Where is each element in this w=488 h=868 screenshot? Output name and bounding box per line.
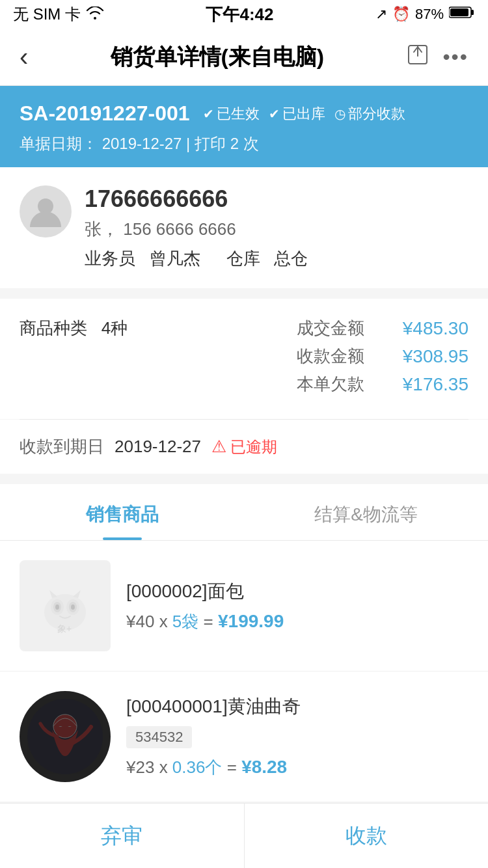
summary-section: 商品种类 4种 成交金额 ¥485.30 收款金额 ¥308.95 本单欠款 ¥… bbox=[0, 299, 488, 419]
warehouse-info: 仓库 总仓 bbox=[226, 247, 308, 270]
date-label: 单据日期： bbox=[20, 135, 98, 152]
svg-point-10 bbox=[55, 604, 59, 610]
tab-settlement[interactable]: 结算&物流等 bbox=[244, 484, 488, 540]
wifi-icon bbox=[86, 5, 104, 23]
received-amount-row: 收款金额 ¥308.95 bbox=[297, 345, 468, 368]
overdue-label: 已逾期 bbox=[230, 437, 277, 457]
due-date-value: 2019-12-27 bbox=[115, 437, 201, 457]
product-tag-2: 534532 bbox=[126, 726, 192, 748]
product-qty-1: 5袋 bbox=[172, 612, 198, 631]
nav-bar: ‹ 销货单详情(来自电脑) ••• bbox=[0, 29, 488, 86]
product-kind-label: 商品种类 bbox=[20, 318, 87, 338]
partial-clock-icon: ◷ bbox=[334, 106, 346, 122]
product-kind-value: 4种 bbox=[102, 318, 128, 338]
owed-amount-label: 本单欠款 bbox=[297, 373, 364, 396]
summary-right: 成交金额 ¥485.30 收款金额 ¥308.95 本单欠款 ¥176.35 bbox=[297, 317, 468, 401]
product-image-1: 象+ bbox=[20, 560, 111, 651]
effective-check-icon: ✔ bbox=[203, 106, 214, 122]
back-button[interactable]: ‹ bbox=[20, 42, 28, 72]
order-date: 2019-12-27 bbox=[102, 135, 182, 152]
sales-person-label: 业务员 bbox=[85, 249, 135, 268]
customer-meta: 业务员 曾凡杰 仓库 总仓 bbox=[85, 247, 468, 270]
product-qty-2: 0.36个 bbox=[172, 757, 223, 777]
bottom-bar: 弃审 收款 bbox=[0, 803, 488, 868]
product-item-2: [000400001]黄油曲奇 534532 ¥23 x 0.36个 = ¥8.… bbox=[0, 671, 488, 802]
nav-actions: ••• bbox=[406, 43, 468, 71]
product-info-2: [000400001]黄油曲奇 534532 ¥23 x 0.36个 = ¥8.… bbox=[126, 694, 468, 779]
shipped-check-icon: ✔ bbox=[269, 106, 280, 122]
deal-amount-row: 成交金额 ¥485.30 bbox=[297, 317, 468, 340]
sales-person-value: 曾凡杰 bbox=[150, 249, 200, 268]
customer-section: 17666666666 张， 156 6666 6666 业务员 曾凡杰 仓库 … bbox=[0, 167, 488, 288]
page-title: 销货单详情(来自电脑) bbox=[111, 42, 325, 72]
status-right: ↗ ⏰ 87% bbox=[375, 6, 475, 23]
product-price-1: ¥40 x 5袋 = ¥199.99 bbox=[126, 610, 468, 633]
overdue-badge: ⚠ 已逾期 bbox=[211, 437, 277, 457]
location-icon: ↗ bbox=[375, 6, 387, 23]
customer-name-phone: 张， 156 6666 6666 bbox=[85, 218, 468, 241]
due-date-label: 收款到期日 bbox=[20, 435, 104, 458]
warehouse-label: 仓库 bbox=[226, 249, 260, 268]
tab-products[interactable]: 销售商品 bbox=[0, 484, 244, 540]
signal-text: 无 SIM 卡 bbox=[13, 4, 81, 25]
customer-phone-number: 156 6666 6666 bbox=[123, 219, 236, 239]
status-tag-effective: ✔ 已生效 bbox=[203, 104, 260, 124]
product-list: 象+ [0000002]面包 ¥40 x 5袋 = ¥199.99 bbox=[0, 541, 488, 802]
status-tag-partial: ◷ 部分收款 bbox=[334, 104, 405, 124]
due-date-section: 收款到期日 2019-12-27 ⚠ 已逾期 bbox=[0, 420, 488, 474]
print-info: | 打印 2 次 bbox=[186, 135, 259, 152]
order-date-line: 单据日期： 2019-12-27 | 打印 2 次 bbox=[20, 133, 468, 154]
product-item-1: 象+ [0000002]面包 ¥40 x 5袋 = ¥199.99 bbox=[0, 541, 488, 671]
svg-rect-2 bbox=[450, 8, 468, 16]
received-amount-value: ¥308.95 bbox=[377, 346, 468, 367]
received-amount-label: 收款金额 bbox=[297, 345, 364, 368]
customer-id: 17666666666 bbox=[85, 185, 468, 213]
tabs: 销售商品 结算&物流等 bbox=[0, 484, 488, 541]
cancel-button[interactable]: 弃审 bbox=[0, 804, 244, 868]
product-total-1: ¥199.99 bbox=[218, 611, 284, 631]
product-name-1: [0000002]面包 bbox=[126, 579, 468, 604]
confirm-button[interactable]: 收款 bbox=[245, 804, 489, 868]
order-header: SA-20191227-001 ✔ 已生效 ✔ 已出库 ◷ 部分收款 单据日期：… bbox=[0, 86, 488, 167]
svg-text:象+: 象+ bbox=[57, 623, 72, 634]
status-tags: ✔ 已生效 ✔ 已出库 ◷ 部分收款 bbox=[203, 104, 405, 124]
product-image-2 bbox=[20, 691, 111, 782]
sales-person-info: 业务员 曾凡杰 bbox=[85, 247, 200, 270]
deal-amount-value: ¥485.30 bbox=[377, 318, 468, 339]
owed-amount-row: 本单欠款 ¥176.35 bbox=[297, 373, 468, 396]
product-name-2: [000400001]黄油曲奇 bbox=[126, 694, 468, 719]
order-id: SA-20191227-001 bbox=[20, 102, 190, 126]
more-icon[interactable]: ••• bbox=[442, 45, 468, 69]
status-time: 下午4:42 bbox=[206, 3, 273, 26]
customer-name: 张， bbox=[85, 219, 118, 239]
status-tag-shipped: ✔ 已出库 bbox=[269, 104, 325, 124]
product-base-price-2: ¥23 bbox=[126, 757, 154, 777]
product-kind: 商品种类 4种 bbox=[20, 317, 128, 340]
status-bar: 无 SIM 卡 下午4:42 ↗ ⏰ 87% bbox=[0, 0, 488, 29]
product-price-2: ¥23 x 0.36个 = ¥8.28 bbox=[126, 756, 468, 779]
product-info-1: [0000002]面包 ¥40 x 5袋 = ¥199.99 bbox=[126, 579, 468, 633]
battery-text: 87% bbox=[415, 6, 444, 23]
svg-point-11 bbox=[71, 604, 75, 610]
avatar bbox=[20, 185, 72, 237]
svg-rect-1 bbox=[471, 10, 474, 15]
status-left: 无 SIM 卡 bbox=[13, 4, 104, 25]
share-icon[interactable] bbox=[406, 43, 429, 71]
warehouse-value: 总仓 bbox=[274, 249, 308, 268]
overdue-warning-icon: ⚠ bbox=[211, 437, 226, 457]
section-divider-1 bbox=[0, 288, 488, 299]
summary-left: 商品种类 4种 bbox=[20, 317, 128, 342]
deal-amount-label: 成交金额 bbox=[297, 317, 364, 340]
customer-info: 17666666666 张， 156 6666 6666 业务员 曾凡杰 仓库 … bbox=[85, 185, 468, 270]
alarm-icon: ⏰ bbox=[392, 6, 410, 23]
battery-icon bbox=[449, 6, 475, 23]
owed-amount-value: ¥176.35 bbox=[377, 374, 468, 395]
product-total-2: ¥8.28 bbox=[241, 757, 287, 777]
section-divider-3 bbox=[0, 474, 488, 484]
product-base-price-1: ¥40 bbox=[126, 612, 154, 631]
